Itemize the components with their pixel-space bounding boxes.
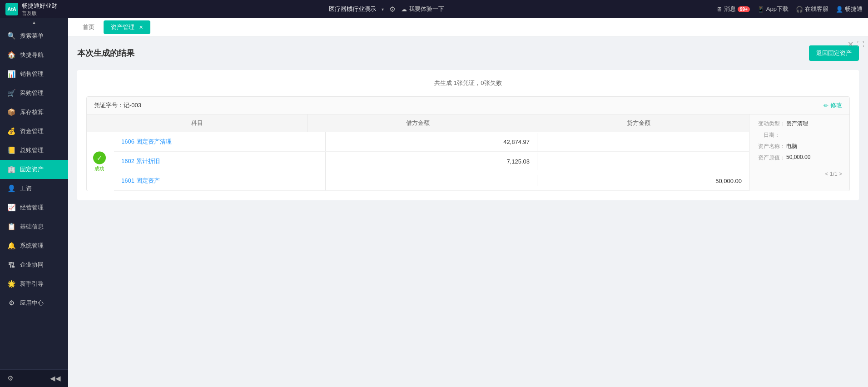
date-label: 日期： [757, 131, 786, 139]
sidebar-label-fixed-assets: 固定资产 [20, 165, 44, 174]
settings-icon[interactable]: ⚙ [389, 5, 396, 14]
sidebar-item-inventory[interactable]: 📦 库存核算 [0, 103, 68, 122]
sidebar-item-fixed-assets[interactable]: 🏢 固定资产 [0, 160, 68, 179]
logo-icon: AtA [5, 3, 18, 15]
content-wrapper: 首页 资产管理 ✕ 本次生成的结果 返回固定资产 共生成 1张凭证，0张失败 凭… [68, 18, 868, 387]
experience-icon: ☁ [401, 6, 407, 13]
pagination-text: 1/1 [830, 171, 839, 177]
sidebar-label-inventory: 库存核算 [20, 108, 44, 116]
debit-cell [326, 175, 537, 186]
sidebar-bottom: ⚙ ◀◀ [0, 369, 68, 387]
top-header: AtA 畅捷通好业财 普及版 医疗器械行业演示 ▾ ⚙ ☁ 我要体验一下 🖥 消… [0, 0, 868, 18]
sidebar-icon-fixed-assets: 🏢 [7, 165, 15, 174]
sidebar-icon-enterprise: 🏗 [7, 261, 15, 269]
table-body: ✓ 成功 1606 固定资产清理 42,874.97 1602 累计折旧 7,1… [87, 132, 749, 191]
voucher-table: 科目 借方金额 贷方金额 ✓ 成功 [87, 114, 749, 191]
credit-cell [537, 136, 749, 147]
sidebar-item-search[interactable]: 🔍 搜索菜单 [0, 26, 68, 45]
sidebar-collapse-icon[interactable]: ◀◀ [50, 374, 61, 382]
app-name: 畅捷通好业财 [22, 2, 57, 10]
result-summary: 共生成 1张凭证，0张失败 凭证字号：记-003 ✏ 修改 [77, 70, 859, 200]
voucher-no: 凭证字号：记-003 [94, 101, 141, 109]
sidebar-label-enterprise: 企业协同 [20, 261, 44, 269]
online-service-btn[interactable]: 🎧 在线客服 [796, 5, 828, 13]
asset-original-label: 资产原值： [757, 154, 786, 162]
experience-btn[interactable]: ☁ 我要体验一下 [401, 5, 444, 13]
table-header: 科目 借方金额 贷方金额 [87, 114, 749, 132]
notification-icon: 🖥 [716, 6, 722, 13]
app-download-btn[interactable]: 📱 App下载 [757, 5, 789, 13]
sidebar-icon-basic-info: 📋 [7, 223, 15, 231]
debit-cell: 7,125.03 [326, 153, 537, 170]
voucher-info-panel: 变动类型： 资产清理 日期： 资产名称： 电脑 [749, 114, 849, 191]
sidebar-item-enterprise[interactable]: 🏗 企业协同 [0, 255, 68, 274]
voucher-table-wrapper: 科目 借方金额 贷方金额 ✓ 成功 [87, 114, 849, 191]
table-rows: 1606 固定资产清理 42,874.97 1602 累计折旧 7,125.03… [114, 132, 749, 191]
col-subject: 科目 [87, 114, 308, 132]
voucher-section: 凭证字号：记-003 ✏ 修改 科目 借方金额 [86, 96, 850, 191]
col-debit: 借方金额 [308, 114, 528, 132]
sidebar-item-system[interactable]: 🔔 系统管理 [0, 236, 68, 255]
sidebar-label-finance: 资金管理 [20, 127, 44, 135]
edit-btn[interactable]: ✏ 修改 [823, 101, 842, 109]
sidebar-icon-ledger: 📒 [7, 146, 15, 154]
table-row: 1602 累计折旧 7,125.03 [114, 152, 749, 171]
sidebar-icon-app-center: ⚙ [7, 299, 15, 307]
sidebar-items: 🔍 搜索菜单 🏠 快捷导航 📊 销售管理 🛒 采购管理 📦 库存核算 💰 资金管… [0, 26, 68, 369]
tab-close-icon[interactable]: ✕ [139, 25, 143, 30]
sidebar-item-operation[interactable]: 📈 经营管理 [0, 198, 68, 217]
dialog-controls: ✕ ⛶ [844, 36, 868, 52]
notification-badge: 99+ [738, 6, 750, 12]
notification-btn[interactable]: 🖥 消息 99+ [716, 5, 750, 13]
info-change-type: 变动类型： 资产清理 [757, 120, 842, 128]
asset-name-value: 电脑 [786, 143, 797, 150]
credit-cell [537, 156, 749, 167]
asset-original-value: 50,000.00 [786, 154, 810, 162]
sidebar-item-purchase[interactable]: 🛒 采购管理 [0, 84, 68, 103]
sidebar-label-ledger: 总账管理 [20, 146, 44, 154]
sidebar-label-purchase: 采购管理 [20, 89, 44, 97]
subject-cell: 1606 固定资产清理 [114, 132, 326, 151]
sidebar-label-guide: 新手引导 [20, 280, 44, 288]
prev-page-icon[interactable]: < [825, 171, 828, 177]
change-type-label: 变动类型： [757, 120, 786, 128]
service-icon: 🎧 [796, 6, 803, 13]
sidebar-item-ledger[interactable]: 📒 总账管理 [0, 141, 68, 160]
sidebar-item-payroll[interactable]: 👤 工资 [0, 179, 68, 198]
tab-assets[interactable]: 资产管理 ✕ [104, 20, 150, 34]
sidebar-item-finance[interactable]: 💰 资金管理 [0, 122, 68, 141]
dialog-close-btn[interactable]: ✕ [848, 40, 853, 49]
header-center: 医疗器械行业演示 ▾ ⚙ ☁ 我要体验一下 [329, 5, 444, 14]
sidebar-item-guide[interactable]: 🌟 新手引导 [0, 274, 68, 293]
col-credit: 贷方金额 [528, 114, 749, 132]
sidebar-item-quick-nav[interactable]: 🏠 快捷导航 [0, 45, 68, 64]
sidebar-item-sales[interactable]: 📊 销售管理 [0, 64, 68, 84]
info-asset-original: 资产原值： 50,000.00 [757, 154, 842, 162]
sidebar-label-basic-info: 基础信息 [20, 223, 44, 231]
company-dropdown-icon[interactable]: ▾ [382, 7, 384, 12]
debit-cell: 42,874.97 [326, 133, 537, 151]
company-name: 医疗器械行业演示 [329, 5, 376, 13]
logo-area: AtA 畅捷通好业财 普及版 [5, 2, 57, 17]
success-label: 成功 [93, 165, 106, 172]
sidebar-icon-payroll: 👤 [7, 184, 15, 193]
sidebar-settings-icon[interactable]: ⚙ [7, 374, 13, 382]
sidebar-icon-inventory: 📦 [7, 108, 15, 116]
dialog-expand-btn[interactable]: ⛶ [857, 40, 864, 49]
tab-home[interactable]: 首页 [75, 20, 102, 34]
info-pagination[interactable]: < 1/1 > [757, 171, 842, 177]
user-icon: 👤 [836, 6, 843, 13]
tabs-bar: 首页 资产管理 ✕ [68, 18, 868, 36]
sidebar-label-quick-nav: 快捷导航 [20, 51, 44, 59]
sidebar-item-app-center[interactable]: ⚙ 应用中心 [0, 293, 68, 313]
user-btn[interactable]: 👤 畅捷通 [836, 5, 863, 13]
sidebar-item-basic-info[interactable]: 📋 基础信息 [0, 217, 68, 236]
next-page-icon[interactable]: > [839, 171, 842, 177]
sidebar: ▲ 🔍 搜索菜单 🏠 快捷导航 📊 销售管理 🛒 采购管理 📦 库存核算 💰 资… [0, 18, 68, 387]
asset-name-label: 资产名称： [757, 143, 786, 150]
page-content: 本次生成的结果 返回固定资产 共生成 1张凭证，0张失败 凭证字号：记-003 … [68, 36, 868, 387]
sidebar-label-payroll: 工资 [20, 184, 32, 193]
download-icon: 📱 [757, 6, 764, 13]
sidebar-scroll-up[interactable]: ▲ [0, 18, 68, 26]
sidebar-icon-finance: 💰 [7, 127, 15, 135]
